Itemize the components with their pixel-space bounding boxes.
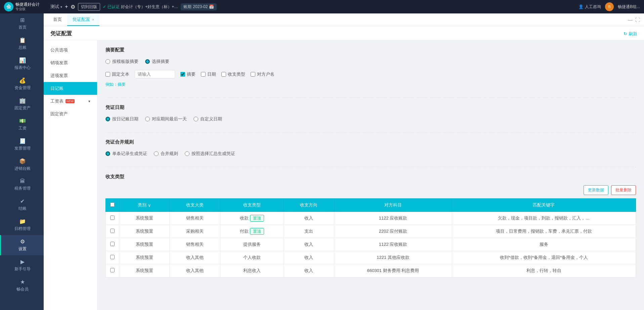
- top-badge-2[interactable]: 置顶: [250, 228, 264, 235]
- td-account-4: 1221 其他应收款: [334, 251, 452, 264]
- merge-radio-single-input[interactable]: [105, 151, 110, 156]
- summary-radio-template[interactable]: 按模板版摘要: [105, 59, 138, 65]
- counterparty-checkbox[interactable]: [251, 72, 255, 77]
- sub-nav-item-purchase-invoice[interactable]: 进项发票: [44, 69, 97, 82]
- date-section: 凭证日期 按日记账日期 对应期间最后一天: [105, 105, 636, 122]
- sidebar-item-archive[interactable]: 📁 归档管理: [0, 215, 44, 235]
- refresh-icon: ↻: [624, 31, 627, 36]
- sidebar-item-reports[interactable]: 📊 报表中心: [0, 54, 44, 74]
- td-account-3: 1122 应收账款: [334, 238, 452, 251]
- settings-icon-btn[interactable]: ⚙: [71, 4, 75, 10]
- merge-radio-merge-label: 合并规则: [161, 151, 178, 157]
- income-type-checkbox-label[interactable]: 收支类型: [221, 71, 245, 77]
- help-label: 人工咨询: [585, 4, 601, 10]
- summary-checkbox[interactable]: [180, 72, 185, 77]
- td-keywords-1: 欠款，现金，项目款，到款，报销款，汇入，…: [452, 212, 636, 225]
- period-badge[interactable]: 账期 2023-02 📅: [181, 3, 217, 10]
- select-all-checkbox[interactable]: [110, 202, 115, 207]
- merge-radio-single-label: 单条记录生成凭证: [112, 151, 147, 157]
- date-radio-journal-input[interactable]: [105, 117, 110, 121]
- fixed-text-input[interactable]: [135, 70, 175, 78]
- tax-icon: 🏛: [20, 178, 25, 184]
- date-radio-period-input[interactable]: [145, 117, 150, 121]
- sidebar-item-close[interactable]: ✔ 结账: [0, 195, 44, 215]
- td-category-1: 系统预置: [119, 212, 170, 225]
- row-checkbox-5[interactable]: [110, 268, 115, 272]
- row-checkbox-4[interactable]: [110, 255, 115, 259]
- counterparty-checkbox-text: 对方户名: [257, 71, 274, 77]
- sub-nav-label-fixed-assets: 固定资产: [50, 111, 68, 117]
- summary-section-title: 摘要配置: [105, 47, 636, 53]
- counterparty-checkbox-label[interactable]: 对方户名: [251, 71, 274, 77]
- batch-delete-button[interactable]: 批量删除: [611, 185, 636, 195]
- sub-nav-item-sales-invoice[interactable]: 销项发票: [44, 56, 97, 69]
- fixed-text-checkbox[interactable]: [105, 72, 110, 77]
- sidebar-item-home[interactable]: ⊞ 首页: [0, 13, 44, 34]
- sidebar-item-member[interactable]: ★ 畅会员: [0, 275, 44, 296]
- sidebar-item-ledger[interactable]: 📋 总账: [0, 34, 44, 54]
- sidebar-label-member: 畅会员: [16, 286, 29, 292]
- summary-radio-select-input[interactable]: [145, 59, 150, 64]
- merge-radio-summary-input[interactable]: [185, 151, 189, 156]
- tab-minimize-button[interactable]: —: [628, 17, 633, 23]
- payroll-expand-icon[interactable]: ▾: [88, 99, 90, 104]
- merge-radio-single[interactable]: 单条记录生成凭证: [105, 151, 147, 157]
- user-avatar[interactable]: B: [605, 2, 614, 11]
- sidebar-item-assets[interactable]: 🏢 固定资产: [0, 94, 44, 114]
- income-type-checkbox[interactable]: [221, 72, 226, 77]
- date-radio-custom-input[interactable]: [194, 117, 198, 121]
- summary-radio-select[interactable]: 选择摘要: [145, 59, 169, 65]
- merge-radio-summary[interactable]: 按照选择汇总生成凭证: [185, 151, 235, 157]
- sub-nav-item-public[interactable]: 公共选项: [44, 44, 97, 56]
- sidebar-item-tax[interactable]: 🏛 税务管理: [0, 175, 44, 195]
- sidebar-item-salary[interactable]: 💵 工资: [0, 114, 44, 134]
- sub-nav-item-fixed-assets[interactable]: 固定资产: [44, 108, 97, 120]
- switch-version-button[interactable]: 切到旧版: [78, 3, 100, 11]
- date-checkbox-text: 日期: [207, 71, 216, 77]
- sub-nav-item-payroll[interactable]: 工资表 NEW ▾: [44, 95, 97, 108]
- fixed-text-label[interactable]: 固定文本: [105, 71, 129, 77]
- date-radio-journal[interactable]: 按日记账日期: [105, 116, 138, 122]
- refresh-button[interactable]: ↻ 刷新: [624, 31, 637, 37]
- update-data-button[interactable]: 更新数据: [584, 185, 608, 195]
- th-direction: 收支方向: [284, 199, 334, 212]
- add-button[interactable]: +: [65, 4, 68, 10]
- home-icon: ⊞: [20, 17, 25, 23]
- td-type-2: 付款 置顶: [220, 225, 284, 238]
- ledger-icon: 📋: [19, 37, 26, 43]
- sidebar-item-invoice[interactable]: 🧾 发票管理: [0, 134, 44, 155]
- main-layout: ⊞ 首页 📋 总账 📊 报表中心 💰 资金管理 🏢 固定资产 💵 工资 🧾 发票…: [0, 13, 644, 310]
- calendar-icon: 📅: [209, 4, 214, 9]
- sidebar-item-purchasesale[interactable]: 📦 进销台账: [0, 155, 44, 175]
- sub-nav-item-journal[interactable]: 日记账: [44, 82, 97, 95]
- tab-home[interactable]: 首页: [48, 13, 67, 26]
- date-radio-custom[interactable]: 自定义日期: [194, 116, 222, 122]
- summary-checkbox-label[interactable]: 摘要: [180, 71, 196, 77]
- row-checkbox-2[interactable]: [110, 229, 115, 233]
- date-section-title: 凭证日期: [105, 105, 636, 111]
- date-checkbox[interactable]: [201, 72, 206, 77]
- guide-icon: ▶: [20, 259, 25, 265]
- date-radio-custom-label: 自定义日期: [200, 116, 222, 122]
- row-checkbox-1[interactable]: [110, 216, 115, 220]
- dropdown-arrow-icon[interactable]: ▾: [60, 5, 62, 9]
- tab-voucher-config[interactable]: 凭证配置 ×: [67, 13, 99, 26]
- tab-expand-button[interactable]: ⛶: [635, 17, 640, 23]
- tab-close-icon[interactable]: ×: [92, 17, 94, 22]
- date-radio-period[interactable]: 对应期间最后一天: [145, 116, 187, 122]
- sidebar-item-funds[interactable]: 💰 资金管理: [0, 74, 44, 94]
- th-keywords-label: 匹配关键字: [533, 202, 555, 207]
- merge-radio-merge-input[interactable]: [154, 151, 159, 156]
- content-area: 首页 凭证配置 × — ⛶ 凭证配置 ↻ 刷新: [44, 13, 644, 310]
- sidebar-item-guide[interactable]: ▶ 新手引导: [0, 255, 44, 275]
- help-button[interactable]: 👤 人工咨询: [578, 4, 601, 10]
- sidebar-item-settings[interactable]: ⚙ 设置: [0, 235, 44, 255]
- top-badge-1[interactable]: 置顶: [250, 215, 264, 222]
- summary-section: 摘要配置 按模板版摘要 选择摘要: [105, 47, 636, 87]
- certified-label: 已认证: [108, 4, 120, 10]
- merge-radio-merge[interactable]: 合并规则: [154, 151, 178, 157]
- summary-radio-template-input[interactable]: [105, 59, 110, 64]
- top-header: 会 畅捷通好会计 专业版 测试 ▾ + ⚙ 切到旧版 ✓ 已认证 好会计（专）+…: [0, 0, 644, 13]
- row-checkbox-3[interactable]: [110, 242, 115, 246]
- date-checkbox-label[interactable]: 日期: [201, 71, 216, 77]
